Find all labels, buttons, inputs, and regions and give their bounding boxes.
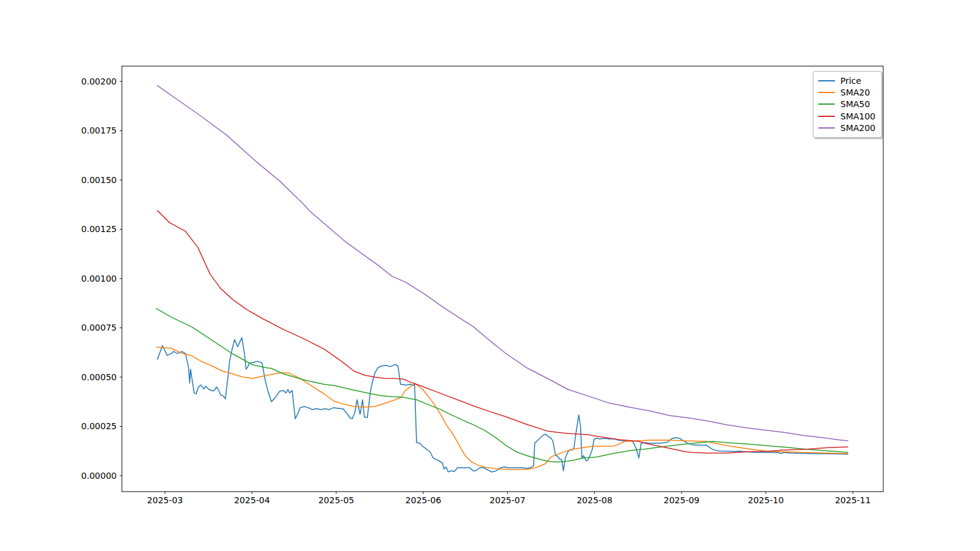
legend-label-sma20: SMA20	[840, 88, 870, 97]
y-tick-label: 0.00075	[81, 323, 117, 332]
x-tick-label: 2025-03	[147, 495, 183, 505]
x-tick-label: 2025-05	[318, 495, 355, 505]
x-tick-label: 2025-07	[489, 495, 526, 505]
figure: 0.000000.000250.000500.000750.001000.001…	[0, 0, 980, 551]
y-tick-label: 0.00100	[81, 274, 117, 283]
price-line-swatch	[818, 80, 835, 81]
legend: Price SMA20 SMA50 SMA100 SMA200	[813, 71, 882, 138]
sma200-line-swatch	[818, 127, 835, 129]
legend-item-sma200: SMA200	[818, 122, 879, 134]
x-tick-label: 2025-10	[748, 495, 784, 505]
x-tick-label: 2025-11	[835, 495, 871, 505]
y-tick-label: 0.00025	[81, 421, 117, 431]
y-tick-label: 0.00050	[81, 372, 117, 382]
legend-item-price: Price	[818, 75, 879, 86]
legend-label-price: Price	[840, 76, 861, 86]
sma100-line-swatch	[818, 116, 835, 117]
legend-label-sma200: SMA200	[840, 123, 875, 133]
y-tick-label: 0.00000	[81, 471, 117, 481]
y-tick-label: 0.00150	[81, 175, 117, 185]
legend-label-sma50: SMA50	[840, 99, 870, 109]
legend-item-sma100: SMA100	[818, 110, 879, 122]
legend-item-sma20: SMA20	[818, 86, 879, 98]
y-tick-label: 0.00200	[81, 77, 117, 86]
x-tick-label: 2025-04	[234, 495, 270, 505]
sma50-line-swatch	[818, 103, 835, 105]
x-tick-label: 2025-09	[664, 495, 700, 505]
legend-label-sma100: SMA100	[840, 111, 875, 121]
x-tick-label: 2025-08	[576, 495, 612, 505]
legend-item-sma50: SMA50	[818, 99, 879, 110]
y-tick-label: 0.00125	[81, 224, 117, 234]
plot-frame	[122, 66, 883, 492]
y-tick-label: 0.00175	[81, 126, 117, 135]
sma20-line-swatch	[818, 92, 835, 93]
x-tick-label: 2025-06	[405, 495, 442, 505]
